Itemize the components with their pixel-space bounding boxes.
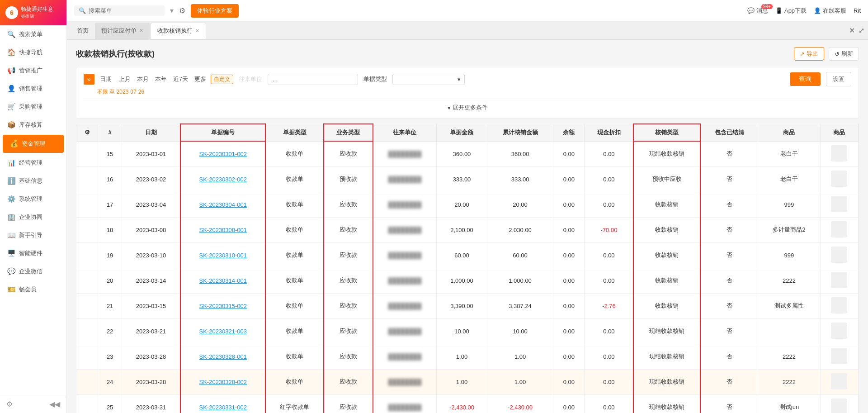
- tab-verify-close[interactable]: ✕: [195, 28, 199, 34]
- td-bill-no[interactable]: SK-20230321-003: [180, 318, 265, 344]
- filter-counterpart-input[interactable]: ...: [268, 74, 358, 85]
- app-download-button[interactable]: 📱 App下载: [775, 7, 807, 15]
- td-counterpart: ████████: [373, 166, 436, 192]
- td-verify-amount: -2,430.00: [487, 394, 553, 413]
- query-button[interactable]: 查询: [790, 72, 821, 86]
- filter-settings-button[interactable]: 设置: [826, 72, 851, 86]
- td-verify-amount: 360.00: [487, 141, 553, 166]
- filter-date-this-month[interactable]: 本月: [135, 74, 151, 84]
- filter-bill-type-select[interactable]: ▾: [392, 74, 465, 85]
- table-row[interactable]: 232023-03-28SK-20230328-001收款单应收款███████…: [76, 344, 859, 369]
- close-tab-button[interactable]: ✕: [849, 26, 855, 35]
- sidebar-item-enterprise[interactable]: 🏢 企业协同: [0, 208, 66, 226]
- td-bill-no[interactable]: SK-20230328-002: [180, 369, 265, 394]
- search-area[interactable]: 🔍: [74, 5, 165, 16]
- td-bill-type: 红字收款单: [265, 394, 323, 413]
- sidebar-item-sales[interactable]: 👤 销售管理: [0, 80, 66, 98]
- sidebar-item-marketing[interactable]: 📢 营销推广: [0, 62, 66, 80]
- topbar-right: 💬 消息 99+ 📱 App下载 👤 在线客服 Rit: [747, 7, 861, 15]
- table-row[interactable]: 182023-03-08SK-20230308-001收款单应收款███████…: [76, 217, 859, 242]
- sidebar-item-wechat[interactable]: 💬 企业微信: [0, 262, 66, 280]
- table-row[interactable]: 152023-03-01SK-20230301-002收款单应收款███████…: [76, 141, 859, 166]
- app-icon: 📱: [775, 7, 783, 14]
- sidebar-item-capital[interactable]: 💰 资金管理: [3, 135, 64, 153]
- td-bill-no[interactable]: SK-20230304-001: [180, 192, 265, 217]
- table-row[interactable]: 202023-03-14SK-20230314-001收款单应收款███████…: [76, 268, 859, 293]
- sidebar-item-business[interactable]: 📊 经营管理: [0, 154, 66, 172]
- td-seq: 15: [98, 141, 122, 166]
- th-settings[interactable]: ⚙: [76, 124, 98, 141]
- tab-home[interactable]: 首页: [71, 23, 95, 39]
- sidebar-item-basic[interactable]: ℹ️ 基础信息: [0, 172, 66, 190]
- table-row[interactable]: 212023-03-15SK-20230315-002收款单应收款███████…: [76, 293, 859, 318]
- td-cash-discount: 0.00: [585, 344, 633, 369]
- td-goods-img: [820, 293, 858, 318]
- th-biz-type: 业务类型: [324, 124, 373, 141]
- td-goods: [758, 318, 821, 344]
- td-bill-amount: 2,100.00: [436, 217, 487, 242]
- sidebar-item-shortcut[interactable]: 🏠 快捷导航: [0, 43, 66, 62]
- refresh-label: 刷新: [841, 50, 853, 58]
- td-cash-discount: -2.76: [585, 293, 633, 318]
- table-row[interactable]: 242023-03-28SK-20230328-002收款单应收款███████…: [76, 369, 859, 394]
- chevron-down-icon[interactable]: ▾: [170, 6, 174, 15]
- td-bill-no[interactable]: SK-20230302-002: [180, 166, 265, 192]
- td-bill-no[interactable]: SK-20230328-001: [180, 344, 265, 369]
- settings-icon[interactable]: ⚙: [6, 400, 13, 408]
- td-date: 2023-03-04: [122, 192, 180, 217]
- table-row[interactable]: 162023-03-02SK-20230302-002收款单预收款███████…: [76, 166, 859, 192]
- table-row[interactable]: 222023-03-21SK-20230321-003收款单应收款███████…: [76, 318, 859, 344]
- td-bill-no[interactable]: SK-20230301-002: [180, 141, 265, 166]
- gear-icon[interactable]: ⚙: [179, 6, 185, 15]
- td-bill-no[interactable]: SK-20230315-002: [180, 293, 265, 318]
- filter-date-more[interactable]: 更多: [193, 74, 208, 84]
- refresh-button[interactable]: ↺ 刷新: [829, 47, 859, 61]
- collapse-icon[interactable]: ◀◀: [49, 400, 60, 408]
- search-input[interactable]: [89, 7, 152, 14]
- filter-expand-button[interactable]: »: [84, 74, 94, 85]
- td-bill-no[interactable]: SK-20230331-002: [180, 394, 265, 413]
- sidebar-item-search[interactable]: 🔍 搜索菜单: [0, 25, 66, 43]
- td-balance: 0.00: [553, 217, 585, 242]
- filter-expand-more-button[interactable]: ▾ 展开更多条件: [84, 102, 851, 114]
- industry-solution-button[interactable]: 体验行业方案: [191, 4, 239, 18]
- td-bill-type: 收款单: [265, 268, 323, 293]
- td-biz-type: 应收款: [324, 141, 373, 166]
- td-date: 2023-03-10: [122, 242, 180, 268]
- td-bill-type: 收款单: [265, 217, 323, 242]
- inventory-icon: 📦: [7, 121, 15, 129]
- sidebar-item-label-wechat: 企业微信: [19, 267, 42, 275]
- filter-date-this-year[interactable]: 本年: [153, 74, 169, 84]
- online-service-button[interactable]: 👤 在线客服: [814, 7, 846, 15]
- message-button[interactable]: 💬 消息 99+: [747, 7, 768, 15]
- td-include-settled: 否: [700, 318, 758, 344]
- td-goods: 测试jun: [758, 394, 821, 413]
- td-bill-no[interactable]: SK-20230314-001: [180, 268, 265, 293]
- td-bill-no[interactable]: SK-20230308-001: [180, 217, 265, 242]
- tab-prepay[interactable]: 预计应应付单 ✕: [95, 23, 150, 39]
- expand-tab-button[interactable]: ⤢: [859, 26, 864, 35]
- sidebar-footer: ⚙ ◀◀: [0, 395, 66, 413]
- td-bill-type: 收款单: [265, 369, 323, 394]
- td-balance: 0.00: [553, 242, 585, 268]
- table-row[interactable]: 172023-03-04SK-20230304-001收款单应收款███████…: [76, 192, 859, 217]
- sidebar-item-member[interactable]: 🎫 畅会员: [0, 280, 66, 299]
- table-row[interactable]: 252023-03-31SK-20230331-002红字收款单应收款█████…: [76, 394, 859, 413]
- message-icon: 💬: [747, 7, 755, 14]
- tab-prepay-close[interactable]: ✕: [139, 28, 143, 33]
- filter-date-last-month[interactable]: 上月: [117, 74, 132, 84]
- filter-date-custom[interactable]: 自定义: [211, 75, 233, 84]
- tab-verify[interactable]: 收款核销执行 ✕: [151, 23, 206, 39]
- table-row[interactable]: 192023-03-10SK-20230310-001收款单应收款███████…: [76, 242, 859, 268]
- sidebar-item-inventory[interactable]: 📦 库存核算: [0, 116, 66, 134]
- topbar: 🔍 ▾ ⚙ 体验行业方案 💬 消息 99+ 📱 App下载 👤 在线客服 Rit: [67, 0, 868, 22]
- td-bill-no[interactable]: SK-20230310-001: [180, 242, 265, 268]
- sidebar-item-hardware[interactable]: 🖥️ 智能硬件: [0, 244, 66, 262]
- td-cash-discount: 0.00: [585, 318, 633, 344]
- td-biz-type: 应收款: [324, 344, 373, 369]
- sidebar-item-system[interactable]: ⚙️ 系统管理: [0, 190, 66, 208]
- sidebar-item-guide[interactable]: 📖 新手引导: [0, 226, 66, 244]
- export-button[interactable]: ↗ 导出: [794, 47, 824, 61]
- sidebar-item-purchase[interactable]: 🛒 采购管理: [0, 98, 66, 116]
- filter-date-7days[interactable]: 近7天: [171, 74, 190, 84]
